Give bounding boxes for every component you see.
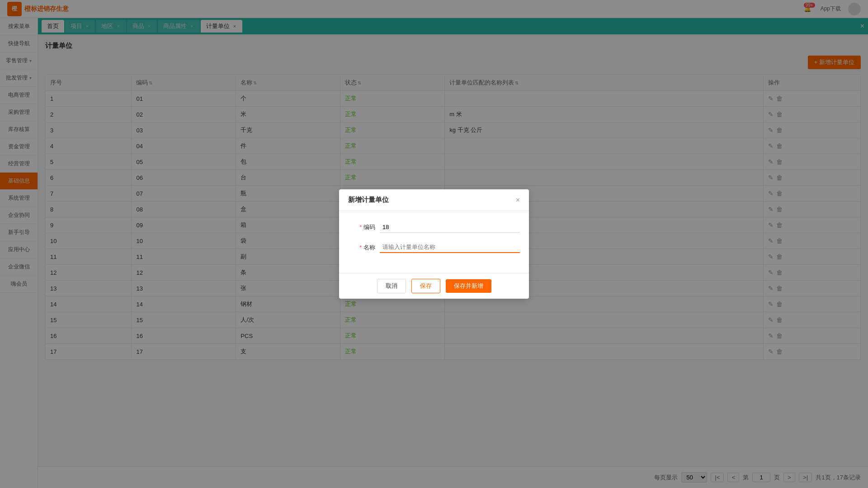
save-button[interactable]: 保存 [411,279,440,293]
cancel-button[interactable]: 取消 [377,279,406,293]
modal-footer: 取消 保存 保存并新增 [339,273,529,299]
name-input[interactable] [380,242,520,253]
modal-overlay: 新增计量单位 × 编码 名称 取消 保存 保存并新增 [0,0,868,488]
modal-title: 新增计量单位 [348,196,389,204]
add-unit-modal: 新增计量单位 × 编码 名称 取消 保存 保存并新增 [339,189,529,299]
code-input[interactable] [380,222,520,233]
modal-close-button[interactable]: × [516,196,520,204]
code-label: 编码 [348,223,375,231]
form-row-name: 名称 [348,242,520,253]
modal-body: 编码 名称 [339,211,529,273]
name-label: 名称 [348,244,375,252]
modal-header: 新增计量单位 × [339,189,529,211]
save-and-new-button[interactable]: 保存并新增 [446,279,491,293]
form-row-code: 编码 [348,222,520,233]
